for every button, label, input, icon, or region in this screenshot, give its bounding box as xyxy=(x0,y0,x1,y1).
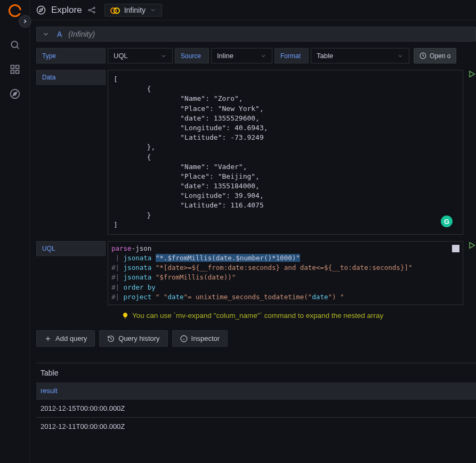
infinity-icon xyxy=(110,7,120,13)
data-label: Data xyxy=(36,70,106,85)
history-icon xyxy=(107,335,115,342)
uql-row: UQL parse-json | jsonata "*.$fromMillis(… xyxy=(36,241,476,305)
query-history-button[interactable]: Query history xyxy=(99,330,167,347)
type-label: Type xyxy=(36,48,106,63)
svg-marker-9 xyxy=(39,9,43,12)
grafana-logo-icon[interactable] xyxy=(7,3,22,18)
query-ref-id: A xyxy=(57,30,62,38)
svg-point-12 xyxy=(93,11,95,13)
svg-point-10 xyxy=(88,9,90,11)
type-source-format-row: Type UQL Source Inline Format Table Open… xyxy=(36,48,476,63)
topbar: Explore Infinity xyxy=(30,0,476,20)
clock-icon xyxy=(419,52,426,59)
inspector-button[interactable]: Inspector xyxy=(172,330,228,347)
data-row: Data [ { "Name": "Zoro", "Place": "New Y… xyxy=(36,70,476,235)
svg-point-8 xyxy=(37,6,45,14)
results-panel: Table result 2012-12-15T00:00:00.000Z 20… xyxy=(36,363,476,435)
uql-editor[interactable]: parse-json | jsonata "*.$fromMillis(date… xyxy=(108,241,463,305)
data-input[interactable]: [ { "Name": "Zoro", "Place": "New York",… xyxy=(108,70,463,235)
share-icon[interactable] xyxy=(87,6,96,14)
hint-text: You can use `mv-expand "colum_name"` com… xyxy=(132,312,383,320)
svg-point-0 xyxy=(11,41,18,47)
hint-message: You can use `mv-expand "colum_name"` com… xyxy=(36,312,476,320)
run-uql-button[interactable] xyxy=(467,241,476,250)
query-editor: A (Infinity) Type UQL Source Inline Form… xyxy=(30,20,476,463)
chevron-down-icon xyxy=(397,53,404,59)
collapse-query-button[interactable] xyxy=(41,29,51,39)
chevron-down-icon xyxy=(260,53,267,59)
svg-line-14 xyxy=(90,10,93,12)
svg-rect-2 xyxy=(11,66,14,69)
datasource-picker[interactable]: Infinity xyxy=(104,4,162,17)
type-select[interactable]: UQL xyxy=(108,48,173,63)
svg-line-1 xyxy=(17,47,19,49)
chevron-down-icon xyxy=(160,53,167,59)
lightbulb-icon xyxy=(122,312,129,320)
svg-line-13 xyxy=(90,8,93,10)
datasource-name: Infinity xyxy=(124,6,146,14)
svg-marker-17 xyxy=(470,243,474,249)
app-sidebar xyxy=(0,0,30,463)
info-icon xyxy=(180,335,188,342)
compass-icon xyxy=(36,5,46,15)
query-buttons: Add query Query history Inspector xyxy=(36,326,476,347)
source-select[interactable]: Inline xyxy=(211,48,272,63)
svg-rect-3 xyxy=(15,66,19,69)
table-row: 2012-12-11T00:00:00.000Z xyxy=(36,417,476,435)
grammarly-badge[interactable]: G xyxy=(441,215,453,227)
add-query-button[interactable]: Add query xyxy=(36,330,95,347)
table-row: 2012-12-15T00:00:00.000Z xyxy=(36,399,476,417)
query-header: A (Infinity) xyxy=(36,27,476,42)
run-data-button[interactable] xyxy=(467,70,476,78)
results-column-header[interactable]: result xyxy=(36,382,476,399)
source-label: Source xyxy=(175,48,209,63)
open-button[interactable]: Open o xyxy=(414,48,456,63)
svg-marker-16 xyxy=(470,71,474,77)
svg-point-11 xyxy=(93,7,95,9)
chevron-down-icon xyxy=(150,7,156,13)
dashboards-icon[interactable] xyxy=(7,62,22,77)
explore-icon[interactable] xyxy=(7,86,22,101)
results-title: Table xyxy=(36,363,476,382)
uql-label: UQL xyxy=(36,241,106,256)
copy-icon[interactable] xyxy=(452,245,459,252)
page-title: Explore xyxy=(51,5,82,15)
search-icon[interactable] xyxy=(7,37,22,52)
svg-rect-4 xyxy=(11,70,14,74)
format-select[interactable]: Table xyxy=(311,48,409,63)
svg-marker-7 xyxy=(13,92,17,96)
plus-icon xyxy=(44,335,52,342)
main-content: Explore Infinity A (Infinity) Type UQL S… xyxy=(30,0,476,463)
format-label: Format xyxy=(275,48,309,63)
svg-rect-5 xyxy=(15,70,19,74)
query-datasource-label: (Infinity) xyxy=(68,30,95,38)
